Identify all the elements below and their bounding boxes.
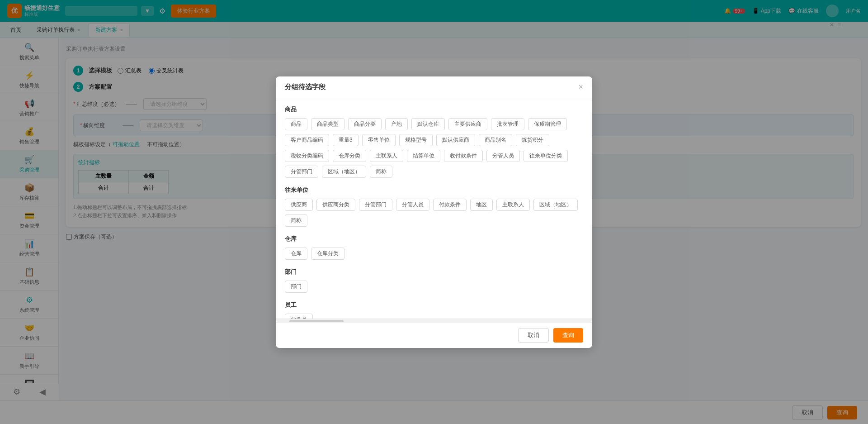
modal-confirm-button[interactable]: 查询 [553,328,583,343]
modal-close-button[interactable]: × [578,83,583,91]
section-partner: 往来单位 供应商 供应商分类 分管部门 分管人员 付款条件 地区 主联系人 区域… [285,186,583,227]
section-department-tags: 部门 [285,281,583,293]
field-select-modal: 分组待选字段 × 商品 商品 商品类型 商品分类 产地 默认仓库 主要供应商 批… [276,76,592,348]
field-tag-default-supplier[interactable]: 默认供应商 [436,134,475,146]
modal-title: 分组待选字段 [285,83,326,91]
field-tag-supplier[interactable]: 供应商 [285,199,313,211]
section-warehouse: 仓库 仓库 仓库分类 [285,235,583,260]
section-product-title: 商品 [285,105,583,114]
field-tag-refine-points[interactable]: 炼货积分 [516,134,549,146]
field-tag-product-type[interactable]: 商品类型 [311,118,344,130]
modal-footer: 取消 查询 [276,322,592,348]
field-tag-main-contact[interactable]: 主联系人 [370,150,403,162]
section-employee-title: 员工 [285,301,583,309]
field-tag-warehouse-cat[interactable]: 仓库分类 [311,248,344,260]
field-tag-warehouse[interactable]: 仓库 [285,248,307,260]
section-employee-tags: 业务员 [285,314,583,319]
field-tag-manager[interactable]: 分管人员 [486,150,520,162]
modal-cancel-button[interactable]: 取消 [518,328,549,343]
field-tag-spec-model[interactable]: 规格型号 [399,134,433,146]
modal-body: 商品 商品 商品类型 商品分类 产地 默认仓库 主要供应商 批次管理 保质期管理… [276,98,592,319]
field-tag-main-supplier[interactable]: 主要供应商 [448,118,487,130]
field-tag-partner-abbr[interactable]: 简称 [285,214,307,227]
section-product: 商品 商品 商品类型 商品分类 产地 默认仓库 主要供应商 批次管理 保质期管理… [285,105,583,178]
field-tag-product[interactable]: 商品 [285,118,307,130]
field-tag-customer-product-code[interactable]: 客户商品编码 [285,134,329,146]
field-tag-default-warehouse[interactable]: 默认仓库 [411,118,445,130]
field-tag-abbreviation-product[interactable]: 简称 [370,166,392,178]
field-tag-weight3[interactable]: 重量3 [333,134,359,146]
field-tag-tax-code[interactable]: 税收分类编码 [285,150,329,162]
field-tag-department[interactable]: 部门 [285,281,307,293]
section-department-title: 部门 [285,268,583,276]
field-tag-retail-unit[interactable]: 零售单位 [362,134,396,146]
modal-header: 分组待选字段 × [276,76,592,98]
field-tag-supplier-category[interactable]: 供应商分类 [316,199,355,211]
field-tag-product-alias[interactable]: 商品别名 [479,134,512,146]
field-tag-origin[interactable]: 产地 [385,118,408,130]
field-tag-partner-contact[interactable]: 主联系人 [496,199,530,211]
modal-overlay[interactable]: 分组待选字段 × 商品 商品 商品类型 商品分类 产地 默认仓库 主要供应商 批… [0,0,868,424]
modal-hscroll-thumb [289,320,344,322]
section-product-tags: 商品 商品类型 商品分类 产地 默认仓库 主要供应商 批次管理 保质期管理 客户… [285,118,583,178]
section-warehouse-tags: 仓库 仓库分类 [285,248,583,260]
field-tag-partner-region[interactable]: 地区 [470,199,493,211]
section-department: 部门 部门 [285,268,583,293]
field-tag-payment-terms[interactable]: 收付款条件 [444,150,483,162]
field-tag-expiry-management[interactable]: 保质期管理 [528,118,567,130]
field-tag-partner-area[interactable]: 区域（地区） [533,199,578,211]
field-tag-settlement-unit[interactable]: 结算单位 [407,150,440,162]
section-partner-tags: 供应商 供应商分类 分管部门 分管人员 付款条件 地区 主联系人 区域（地区） … [285,199,583,227]
field-tag-partner-dept[interactable]: 分管部门 [359,199,392,211]
field-tag-region-product[interactable]: 区域（地区） [322,166,366,178]
field-tag-partner-manager[interactable]: 分管人员 [396,199,429,211]
field-tag-salesperson[interactable]: 业务员 [285,314,313,319]
section-employee: 员工 业务员 [285,301,583,319]
field-tag-batch-management[interactable]: 批次管理 [491,118,524,130]
field-tag-partner-category[interactable]: 往来单位分类 [524,150,568,162]
section-partner-title: 往来单位 [285,186,583,194]
field-tag-warehouse-category[interactable]: 仓库分类 [333,150,366,162]
field-tag-managing-dept[interactable]: 分管部门 [285,166,318,178]
modal-horizontal-scrollbar[interactable] [276,319,592,322]
section-warehouse-title: 仓库 [285,235,583,243]
field-tag-partner-payment[interactable]: 付款条件 [433,199,467,211]
field-tag-product-category[interactable]: 商品分类 [348,118,382,130]
